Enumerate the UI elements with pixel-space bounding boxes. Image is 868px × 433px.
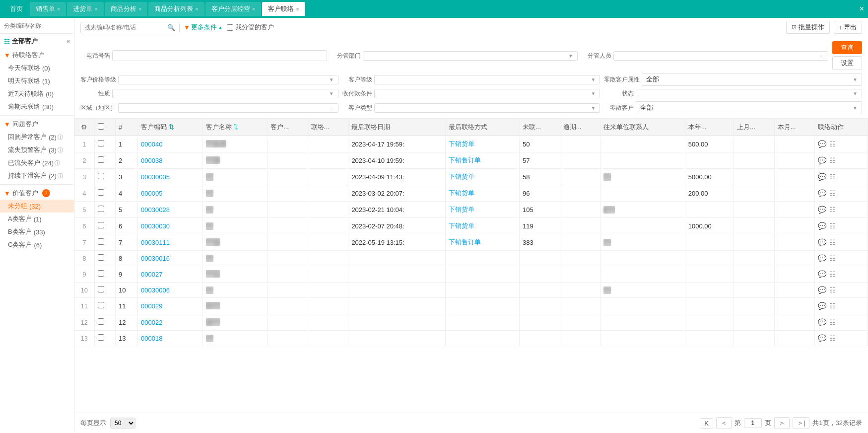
sidebar-all-customers[interactable]: ☷ 全部客户 «: [0, 34, 74, 49]
row-code[interactable]: 000040: [138, 136, 202, 152]
filter-customer-level-select[interactable]: ▼: [374, 75, 601, 84]
next-page-button[interactable]: ＞: [774, 417, 790, 429]
select-all-checkbox[interactable]: [98, 123, 104, 130]
filter-search-input[interactable]: [85, 24, 165, 31]
grid-icon[interactable]: ☷: [829, 206, 836, 214]
sidebar-group-value[interactable]: ▼ 价值客户 !: [0, 187, 74, 200]
nav-tab-sales[interactable]: 销售单 ×: [30, 2, 66, 16]
row-checkbox[interactable]: [94, 314, 116, 331]
col-checkbox[interactable]: [94, 119, 116, 136]
sidebar-item-class-b[interactable]: B类客户 (33): [0, 225, 74, 238]
my-customers-checkbox[interactable]: 我分管的客户: [227, 23, 274, 32]
nav-tab-home[interactable]: 首页: [4, 2, 29, 16]
sidebar-item-unclassified[interactable]: 未分组 (32): [0, 200, 74, 213]
grid-icon[interactable]: ☷: [829, 302, 836, 310]
filter-dept-select[interactable]: ▼: [363, 51, 578, 61]
sidebar-item-lost[interactable]: 已流失客户 (24) ⓘ: [0, 156, 74, 169]
more-conditions-button[interactable]: ▼ 更多条件 ▲: [184, 23, 223, 32]
grid-icon[interactable]: ☷: [829, 173, 836, 181]
row-checkbox[interactable]: [94, 331, 116, 346]
close-icon[interactable]: ×: [195, 6, 198, 12]
row-checkbox[interactable]: [94, 218, 116, 234]
sidebar-group-problem[interactable]: ▼ 问题客户: [0, 118, 74, 131]
row-code[interactable]: 00030028: [138, 202, 202, 218]
sidebar-item-today-pending[interactable]: 今天待联络 (0): [0, 62, 74, 74]
sidebar-group-pending[interactable]: ▼ 待联络客户: [0, 49, 74, 62]
row-last-contact-method[interactable]: 下销货单: [445, 218, 519, 234]
first-page-button[interactable]: K: [700, 418, 713, 429]
message-icon[interactable]: 💬: [818, 222, 826, 230]
close-icon[interactable]: ×: [296, 6, 299, 12]
col-code-header[interactable]: 客户编码 ⇅: [138, 119, 202, 136]
row-checkbox[interactable]: [94, 234, 116, 251]
grid-icon[interactable]: ☷: [829, 318, 836, 326]
col-name-header[interactable]: 客户名称 ⇅: [202, 119, 267, 136]
row-code[interactable]: 00030111: [138, 234, 202, 251]
message-icon[interactable]: 💬: [818, 189, 826, 197]
message-icon[interactable]: 💬: [818, 238, 826, 246]
row-code[interactable]: 00030005: [138, 169, 202, 185]
message-icon[interactable]: 💬: [818, 286, 826, 294]
close-icon[interactable]: ×: [57, 6, 60, 12]
filter-region-select[interactable]: ···: [118, 103, 338, 113]
filter-search-icon[interactable]: 🔍: [167, 24, 175, 31]
sidebar-item-declining[interactable]: 持续下滑客户 (2) ⓘ: [0, 169, 74, 182]
filter-phone-input[interactable]: [112, 50, 327, 61]
row-checkbox[interactable]: [94, 169, 116, 185]
row-checkbox[interactable]: [94, 251, 116, 266]
nav-tab-product-analysis[interactable]: 商品分析 ×: [105, 2, 147, 16]
message-icon[interactable]: 💬: [818, 140, 826, 148]
grid-icon[interactable]: ☷: [829, 334, 836, 342]
grid-icon[interactable]: ☷: [829, 254, 836, 262]
page-size-select[interactable]: 50 100: [110, 418, 135, 429]
message-icon[interactable]: 💬: [818, 254, 826, 262]
filter-gender-select[interactable]: ▼: [112, 89, 338, 98]
close-icon[interactable]: ×: [252, 6, 255, 12]
last-page-button[interactable]: ＞|: [793, 417, 809, 429]
col-gear[interactable]: ⚙: [74, 119, 94, 136]
row-checkbox[interactable]: [94, 202, 116, 218]
row-code[interactable]: 000018: [138, 331, 202, 346]
sidebar-item-tomorrow-pending[interactable]: 明天待联络 (1): [0, 74, 74, 87]
message-icon[interactable]: 💬: [818, 270, 826, 278]
row-last-contact-method[interactable]: 下销货单: [445, 185, 519, 202]
sidebar-item-7day-pending[interactable]: 近7天待联络 (0): [0, 87, 74, 100]
row-last-contact-method[interactable]: 下销货单: [445, 136, 519, 152]
page-number-input[interactable]: [744, 418, 762, 428]
filter-customer-type-select[interactable]: ▼: [374, 103, 601, 113]
reset-button[interactable]: 设置: [832, 56, 862, 70]
grid-icon[interactable]: ☷: [829, 286, 836, 294]
sidebar-item-abnormal[interactable]: 回购异常客户 (2) ⓘ: [0, 131, 74, 144]
row-code[interactable]: 00030030: [138, 218, 202, 234]
row-last-contact-method[interactable]: 下销货单: [445, 202, 519, 218]
filter-manager-select[interactable]: ···: [613, 51, 828, 61]
row-last-contact-method[interactable]: 下销货单: [445, 169, 519, 185]
message-icon[interactable]: 💬: [818, 206, 826, 214]
row-code[interactable]: 00030016: [138, 251, 202, 266]
batch-ops-button[interactable]: ☑ 批量操作: [786, 21, 830, 34]
my-customers-check[interactable]: [227, 24, 233, 31]
row-checkbox[interactable]: [94, 136, 116, 152]
row-checkbox[interactable]: [94, 283, 116, 298]
message-icon[interactable]: 💬: [818, 334, 826, 342]
grid-icon[interactable]: ☷: [829, 270, 836, 278]
row-checkbox[interactable]: [94, 185, 116, 202]
sidebar-item-loss-warning[interactable]: 流失预警客户 (3) ⓘ: [0, 144, 74, 156]
grid-icon[interactable]: ☷: [829, 140, 836, 148]
nav-tab-customer-layer[interactable]: 客户分层经营 ×: [205, 2, 261, 16]
row-last-contact-method[interactable]: 下销售订单: [445, 234, 519, 251]
row-last-contact-method[interactable]: 下销售订单: [445, 152, 519, 169]
nav-tab-purchase[interactable]: 进货单 ×: [67, 2, 103, 16]
row-code[interactable]: 000038: [138, 152, 202, 169]
row-code[interactable]: 000005: [138, 185, 202, 202]
message-icon[interactable]: 💬: [818, 318, 826, 326]
grid-icon[interactable]: ☷: [829, 238, 836, 246]
row-checkbox[interactable]: [94, 266, 116, 283]
filter-payment-select[interactable]: ▼: [374, 89, 601, 98]
query-button[interactable]: 查询: [832, 41, 862, 54]
sidebar-item-overdue-pending[interactable]: 逾期未联络 (30): [0, 100, 74, 113]
row-checkbox[interactable]: [94, 298, 116, 314]
grid-icon[interactable]: ☷: [829, 189, 836, 197]
filter-status-select[interactable]: ▼: [636, 89, 862, 98]
grid-icon[interactable]: ☷: [829, 222, 836, 230]
